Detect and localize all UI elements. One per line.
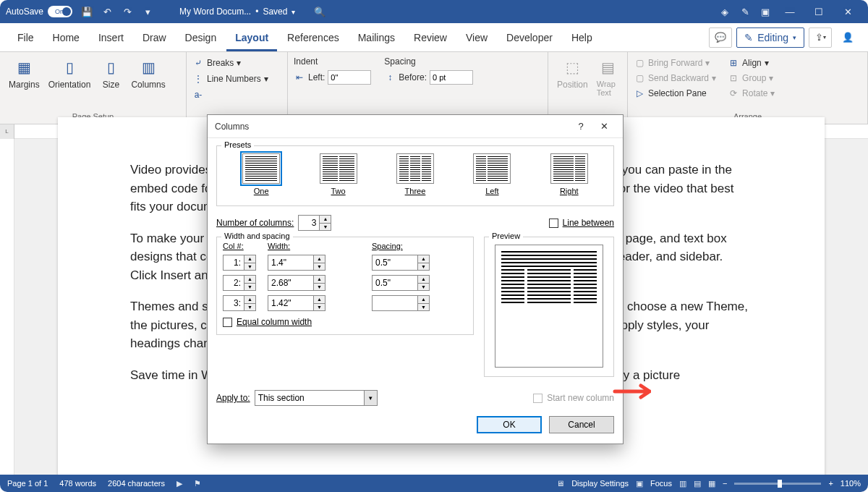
preset-three[interactable]: Three <box>396 153 434 195</box>
save-icon[interactable]: 💾 <box>77 1 97 22</box>
zoom-slider[interactable] <box>734 483 821 485</box>
spin-up-icon[interactable]: ▲ <box>314 276 325 284</box>
spin-up-icon[interactable]: ▲ <box>418 276 429 284</box>
size-button[interactable]: ▯Size <box>96 55 125 111</box>
tab-draw[interactable]: Draw <box>134 23 175 51</box>
spin-down-icon[interactable]: ▼ <box>314 263 325 271</box>
breaks-button[interactable]: ⤶Breaks ▾ <box>192 56 281 69</box>
preset-one[interactable]: One <box>242 153 280 195</box>
vertical-ruler[interactable] <box>0 139 14 478</box>
spin-up-icon[interactable]: ▲ <box>244 296 255 304</box>
col-1-width-field[interactable] <box>268 255 314 271</box>
undo-icon[interactable]: ↶ <box>97 1 117 22</box>
spin-down-icon[interactable]: ▼ <box>418 263 429 271</box>
tab-mailings[interactable]: Mailings <box>349 23 404 51</box>
col-2-num-field[interactable] <box>223 275 244 291</box>
spin-down-icon[interactable]: ▼ <box>244 263 255 271</box>
col-2-num[interactable]: ▲▼ <box>223 275 258 291</box>
line-between-checkbox[interactable]: Line between <box>549 218 614 228</box>
dialog-help-button[interactable]: ? <box>569 115 592 138</box>
focus-icon[interactable]: ▣ <box>636 479 643 488</box>
ok-button[interactable]: OK <box>477 416 542 433</box>
line-numbers-button[interactable]: ⋮Line Numbers ▾ <box>192 72 281 85</box>
margins-button[interactable]: ▦Margins <box>6 55 43 111</box>
col-2-spacing-field[interactable] <box>372 275 418 291</box>
spin-up-icon[interactable]: ▲ <box>418 255 429 263</box>
num-cols-field[interactable] <box>298 215 320 231</box>
tab-file[interactable]: File <box>9 23 43 51</box>
col-3-num[interactable]: ▲▼ <box>223 295 258 311</box>
tab-design[interactable]: Design <box>176 23 226 51</box>
selection-pane-button[interactable]: ▷Selection Pane <box>634 87 716 100</box>
zoom-in-button[interactable]: + <box>828 479 833 488</box>
spin-down-icon[interactable]: ▼ <box>314 304 325 311</box>
status-words[interactable]: 478 words <box>59 479 96 488</box>
diamond-icon[interactable]: ◈ <box>715 1 735 22</box>
spin-up-icon[interactable]: ▲ <box>314 255 325 263</box>
display-settings-icon[interactable]: 🖥 <box>556 479 564 488</box>
read-mode-icon[interactable]: ▥ <box>679 479 686 488</box>
tab-review[interactable]: Review <box>405 23 456 51</box>
web-layout-icon[interactable]: ▦ <box>708 479 715 488</box>
align-button[interactable]: ⊞Align ▾ <box>728 56 775 69</box>
tab-developer[interactable]: Developer <box>498 23 561 51</box>
col-3-spacing[interactable]: ▲▼ <box>372 295 466 311</box>
spin-down-icon[interactable]: ▼ <box>418 284 429 291</box>
num-cols-input[interactable]: ▲▼ <box>298 215 331 231</box>
redo-icon[interactable]: ↷ <box>117 1 137 22</box>
dialog-close-button[interactable]: ✕ <box>592 115 616 138</box>
search-icon[interactable]: 🔍 <box>310 1 330 22</box>
status-chars[interactable]: 2604 characters <box>108 479 165 488</box>
col-1-spacing-field[interactable] <box>372 255 418 271</box>
orientation-button[interactable]: ▯Orientation <box>46 55 94 111</box>
spin-down-icon[interactable]: ▼ <box>314 284 325 291</box>
print-layout-icon[interactable]: ▤ <box>694 479 701 488</box>
status-display[interactable]: Display Settings <box>571 479 629 488</box>
preset-left[interactable]: Left <box>473 153 511 195</box>
status-focus[interactable]: Focus <box>650 479 672 488</box>
maximize-button[interactable]: ☐ <box>804 1 833 22</box>
cancel-button[interactable]: Cancel <box>549 416 614 433</box>
status-accessibility-icon[interactable]: ⚑ <box>194 479 201 488</box>
spin-up-icon[interactable]: ▲ <box>418 296 429 304</box>
col-3-width[interactable]: ▲▼ <box>268 295 362 311</box>
tab-help[interactable]: Help <box>563 23 601 51</box>
tab-references[interactable]: References <box>278 23 348 51</box>
preset-two[interactable]: Two <box>320 153 357 195</box>
spin-down-icon[interactable]: ▼ <box>418 304 429 311</box>
indent-left-input[interactable] <box>328 70 371 85</box>
spin-up-icon[interactable]: ▲ <box>314 296 325 304</box>
col-3-spacing-field[interactable] <box>372 295 418 311</box>
zoom-level[interactable]: 110% <box>841 479 861 488</box>
spacing-before-input[interactable] <box>430 70 473 85</box>
spin-down-icon[interactable]: ▼ <box>244 284 255 291</box>
window-icon[interactable]: ▣ <box>755 1 775 22</box>
comments-button[interactable]: 💬 <box>709 27 732 48</box>
col-1-width[interactable]: ▲▼ <box>268 255 362 271</box>
columns-button[interactable]: ▥Columns <box>128 55 168 111</box>
hyphenation-button[interactable]: a- <box>192 88 281 101</box>
zoom-out-button[interactable]: − <box>723 479 727 488</box>
col-3-width-field[interactable] <box>268 295 314 311</box>
tab-layout[interactable]: Layout <box>226 23 277 51</box>
col-2-spacing[interactable]: ▲▼ <box>372 275 466 291</box>
chevron-down-icon[interactable]: ▼ <box>364 391 377 405</box>
col-1-spacing[interactable]: ▲▼ <box>372 255 466 271</box>
col-3-num-field[interactable] <box>223 295 244 311</box>
col-1-num[interactable]: ▲▼ <box>223 255 258 271</box>
spin-down-icon[interactable]: ▼ <box>320 224 331 231</box>
tab-view[interactable]: View <box>457 23 496 51</box>
spin-up-icon[interactable]: ▲ <box>244 276 255 284</box>
equal-width-checkbox[interactable]: Equal column width <box>223 317 467 327</box>
spin-down-icon[interactable]: ▼ <box>244 304 255 311</box>
close-button[interactable]: ✕ <box>833 1 862 22</box>
col-2-width[interactable]: ▲▼ <box>268 275 362 291</box>
pen-icon[interactable]: ✎ <box>735 1 755 22</box>
status-page[interactable]: Page 1 of 1 <box>7 479 48 488</box>
tab-home[interactable]: Home <box>44 23 88 51</box>
document-title[interactable]: My Word Docum... • Saved ▾ <box>179 7 295 17</box>
minimize-button[interactable]: — <box>775 1 804 22</box>
preset-right[interactable]: Right <box>550 153 588 195</box>
spin-up-icon[interactable]: ▲ <box>244 255 255 263</box>
status-macro-icon[interactable]: ▶ <box>176 479 182 488</box>
